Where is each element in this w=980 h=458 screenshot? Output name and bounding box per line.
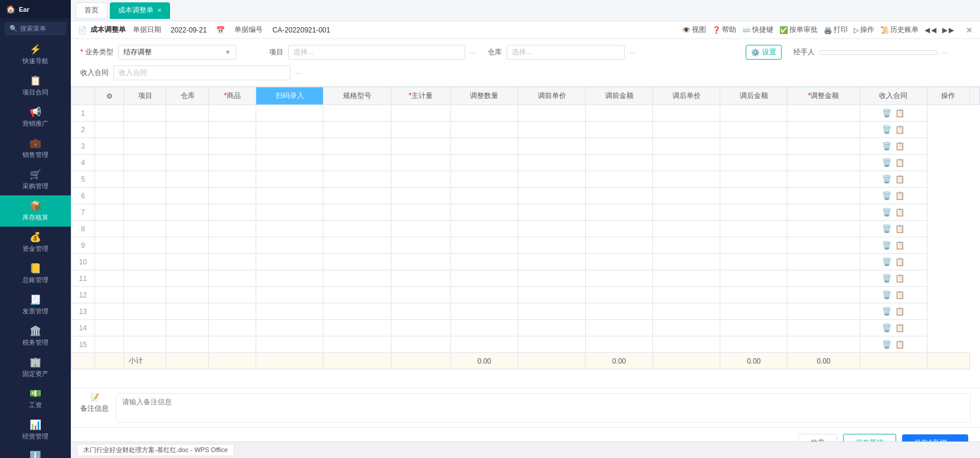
sidebar-item-tax[interactable]: 🏛️税务管理 [0,320,71,352]
cell-7-income-contract[interactable] [788,204,860,221]
cell-5-unit[interactable] [324,171,391,188]
cell-14-spec-type[interactable] [256,320,324,336]
cell-1-spec-type[interactable] [256,105,324,122]
cell-11-after-amount[interactable] [653,270,720,287]
delete-icon-15[interactable]: 🗑️ [882,340,891,349]
cell-8-project[interactable] [95,221,124,237]
copy-icon-3[interactable]: 📋 [895,142,904,151]
cell-5-product[interactable] [166,171,209,188]
cell-15-unit[interactable] [324,336,391,353]
cell-6-after-amount[interactable] [653,188,720,204]
cell-15-after-amount[interactable] [653,336,720,353]
sidebar-search[interactable]: 🔍 搜索菜单 [5,22,66,35]
cell-5-after-amount[interactable] [653,171,720,188]
cell-7-adjust-qty[interactable] [391,204,450,221]
cell-3-after-price[interactable] [586,138,653,155]
cell-7-unit[interactable] [324,204,391,221]
cell-4-before-price[interactable] [450,155,518,171]
cell-14-after-price[interactable] [586,320,653,336]
business-type-select[interactable]: 结存调整 ▼ [118,45,236,60]
cell-1-project[interactable] [95,105,124,122]
cell-15-after-price[interactable] [586,336,653,353]
project-more-btn[interactable]: ··· [470,48,476,57]
cell-13-after-price[interactable] [586,303,653,320]
cell-12-warehouse[interactable] [124,287,166,303]
cell-10-adjust-qty[interactable] [391,254,450,270]
cell-13-scan-input[interactable] [209,303,256,320]
cell-11-unit[interactable] [324,270,391,287]
cell-9-adjust-amount[interactable] [720,237,788,254]
cell-14-unit[interactable] [324,320,391,336]
cell-6-income-contract[interactable] [788,188,860,204]
cell-1-before-price[interactable] [450,105,518,122]
cell-2-warehouse[interactable] [124,122,166,138]
cell-12-income-contract[interactable] [788,287,860,303]
cell-7-after-price[interactable] [586,204,653,221]
sidebar-item-invoice[interactable]: 🧾发票管理 [0,289,71,320]
sidebar-item-basic-info[interactable]: ℹ️基础信息 [0,446,71,458]
notes-input[interactable] [116,393,971,423]
delete-icon-2[interactable]: 🗑️ [882,125,891,134]
toolbar-action-shortcut[interactable]: ⌨️快捷键 [742,25,773,35]
cell-14-warehouse[interactable] [124,320,166,336]
cell-2-product[interactable] [166,122,209,138]
cell-3-before-price[interactable] [450,138,518,155]
income-contract-more-btn[interactable]: ··· [295,69,301,77]
delete-icon-11[interactable]: 🗑️ [882,274,891,283]
cell-9-before-price[interactable] [450,237,518,254]
settings-button[interactable]: ⚙️ 设置 [746,45,782,60]
copy-icon-8[interactable]: 📋 [895,224,904,233]
cell-8-income-contract[interactable] [788,221,860,237]
cell-9-project[interactable] [95,237,124,254]
cell-12-product[interactable] [166,287,209,303]
cell-9-income-contract[interactable] [788,237,860,254]
delete-icon-6[interactable]: 🗑️ [882,191,891,200]
cell-1-product[interactable] [166,105,209,122]
cell-11-after-price[interactable] [586,270,653,287]
cell-15-adjust-amount[interactable] [720,336,788,353]
cell-11-before-amount[interactable] [518,270,585,287]
sidebar-item-inventory[interactable]: 📦库存核算 [0,195,71,227]
cell-7-project[interactable] [95,204,124,221]
cell-10-before-price[interactable] [450,254,518,270]
cell-6-scan-input[interactable] [209,188,256,204]
cell-14-after-amount[interactable] [653,320,720,336]
cell-3-unit[interactable] [324,138,391,155]
cell-11-before-price[interactable] [450,270,518,287]
cell-4-scan-input[interactable] [209,155,256,171]
cell-8-warehouse[interactable] [124,221,166,237]
copy-icon-2[interactable]: 📋 [895,125,904,134]
cell-10-unit[interactable] [324,254,391,270]
cell-12-after-amount[interactable] [653,287,720,303]
cell-3-after-amount[interactable] [653,138,720,155]
cell-15-spec-type[interactable] [256,336,324,353]
cell-10-project[interactable] [95,254,124,270]
cell-6-adjust-amount[interactable] [720,188,788,204]
cell-15-product[interactable] [166,336,209,353]
cell-3-income-contract[interactable] [788,138,860,155]
cell-5-project[interactable] [95,171,124,188]
cell-6-spec-type[interactable] [256,188,324,204]
cell-2-before-amount[interactable] [518,122,585,138]
copy-icon-6[interactable]: 📋 [895,191,904,200]
cell-2-before-price[interactable] [450,122,518,138]
cell-12-after-price[interactable] [586,287,653,303]
cell-3-adjust-qty[interactable] [391,138,450,155]
sidebar-item-quick-nav[interactable]: ⚡快速导航 [0,39,71,70]
cell-12-adjust-qty[interactable] [391,287,450,303]
cell-9-spec-type[interactable] [256,237,324,254]
project-select[interactable]: 选择... [288,45,465,60]
delete-icon-5[interactable]: 🗑️ [882,175,891,184]
cell-3-product[interactable] [166,138,209,155]
cell-1-adjust-qty[interactable] [391,105,450,122]
cell-14-before-price[interactable] [450,320,518,336]
cell-9-before-amount[interactable] [518,237,585,254]
toolbar-action-review[interactable]: ✅按单审批 [779,25,818,35]
cell-9-adjust-qty[interactable] [391,237,450,254]
cell-2-spec-type[interactable] [256,122,324,138]
cell-4-adjust-amount[interactable] [720,155,788,171]
cell-9-unit[interactable] [324,237,391,254]
cell-9-scan-input[interactable] [209,237,256,254]
delete-icon-13[interactable]: 🗑️ [882,307,891,316]
cell-5-adjust-qty[interactable] [391,171,450,188]
